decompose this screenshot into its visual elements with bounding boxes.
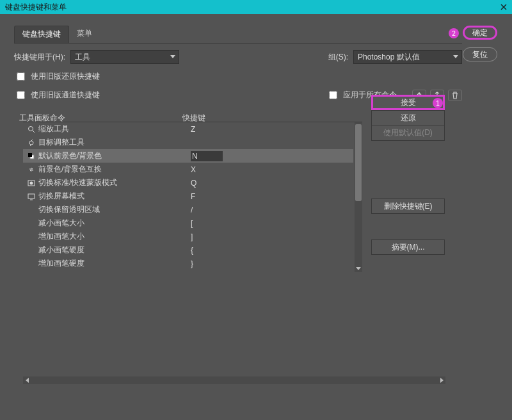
row-shortcut: Z — [191, 125, 319, 134]
list-row[interactable]: 切换保留透明区域/ — [23, 203, 353, 216]
zoom-icon — [26, 125, 37, 133]
row-name: 切换屏幕模式 — [37, 191, 191, 202]
row-shortcut: { — [191, 246, 319, 255]
row-name: 减小画笔大小 — [37, 218, 191, 229]
tab-bar: 键盘快捷键 菜单 — [14, 26, 462, 44]
row-name: 减小画笔硬度 — [37, 245, 191, 255]
set-select[interactable]: Photoshop 默认值 — [353, 50, 462, 64]
window-title: 键盘快捷键和菜单 — [5, 2, 67, 13]
row-shortcut: F — [191, 192, 319, 201]
reset-button[interactable]: 复位 — [463, 47, 497, 61]
accept-label: 接受 — [401, 97, 416, 108]
row-shortcut: X — [191, 165, 319, 174]
svg-rect-3 — [28, 153, 32, 157]
usedfor-label: 快捷键用于(H): — [14, 52, 65, 63]
list-row[interactable]: 目标调整工具 — [23, 136, 353, 149]
close-icon[interactable] — [499, 3, 508, 12]
row-shortcut[interactable] — [191, 151, 319, 161]
row-shortcut: / — [191, 206, 319, 214]
row-shortcut: [ — [191, 219, 319, 228]
list-row[interactable]: 切换屏幕模式F — [23, 190, 353, 203]
row-shortcut: Q — [191, 179, 319, 188]
list-row[interactable]: 前景色/背景色互换X — [23, 163, 353, 176]
scroll-right-icon[interactable] — [438, 376, 445, 384]
list-row[interactable]: 减小画笔大小[ — [23, 216, 353, 230]
annotation-1: 1 — [433, 98, 443, 108]
use-default-button[interactable]: 使用默认值(D) — [371, 125, 445, 141]
target-icon — [26, 139, 37, 147]
scroll-thumb[interactable] — [355, 124, 362, 201]
row-name: 缩放工具 — [37, 124, 191, 134]
list-row[interactable]: 增加画笔硬度} — [23, 257, 353, 270]
tab-shortcuts[interactable]: 键盘快捷键 — [14, 26, 69, 43]
legacy-restore-checkbox[interactable] — [17, 72, 25, 81]
swatch-icon — [26, 152, 37, 160]
row-name: 前景色/背景色互换 — [37, 164, 191, 175]
set-value: Photoshop 默认值 — [358, 52, 420, 63]
list-row[interactable]: 缩放工具Z — [23, 122, 353, 136]
list-row[interactable]: 切换标准/快速蒙版模式Q — [23, 176, 353, 190]
ok-button[interactable]: 确定 — [463, 26, 497, 40]
legacy-channel-checkbox[interactable] — [17, 91, 25, 99]
list-row[interactable]: 增加画笔大小] — [23, 230, 353, 243]
usedfor-value: 工具 — [75, 52, 90, 63]
legacy-restore-label: 使用旧版还原快捷键 — [31, 71, 100, 82]
scroll-down-icon[interactable] — [355, 264, 362, 272]
svg-rect-6 — [28, 194, 35, 198]
vertical-scrollbar[interactable] — [355, 122, 362, 272]
usedfor-select[interactable]: 工具 — [70, 50, 179, 64]
svg-point-1 — [29, 141, 33, 145]
horizontal-scrollbar[interactable] — [23, 376, 445, 384]
screen-icon — [26, 193, 37, 200]
annotation-2: 2 — [449, 28, 459, 38]
list-row[interactable]: 默认前景色/背景色 — [23, 149, 353, 163]
legacy-channel-label: 使用旧版通道快捷键 — [31, 90, 100, 101]
tab-menus[interactable]: 菜单 — [69, 26, 100, 43]
row-name: 增加画笔大小 — [37, 231, 191, 242]
svg-point-0 — [29, 126, 33, 131]
row-name: 目标调整工具 — [37, 137, 191, 148]
row-shortcut: } — [191, 259, 319, 268]
set-label: 组(S): — [328, 52, 348, 63]
revert-button[interactable]: 还原 — [371, 110, 445, 125]
row-name: 切换标准/快速蒙版模式 — [37, 177, 191, 188]
row-name: 增加画笔硬度 — [37, 258, 191, 269]
mask-icon — [26, 179, 37, 187]
list-row[interactable]: 减小画笔硬度{ — [23, 243, 353, 257]
apply-all-checkbox[interactable] — [329, 91, 337, 99]
chevron-down-icon — [453, 55, 458, 58]
titlebar: 键盘快捷键和菜单 — [0, 0, 512, 14]
svg-point-5 — [30, 181, 33, 184]
shortcut-input[interactable] — [191, 151, 223, 161]
row-name: 默认前景色/背景色 — [37, 150, 191, 161]
shortcut-list: 缩放工具Z目标调整工具默认前景色/背景色前景色/背景色互换X切换标准/快速蒙版模… — [23, 122, 362, 272]
summary-button[interactable]: 摘要(M)... — [371, 239, 445, 255]
delete-shortcut-button[interactable]: 删除快捷键(E) — [371, 198, 445, 214]
row-shortcut: ] — [191, 232, 319, 241]
delete-set-icon[interactable] — [448, 90, 462, 101]
row-name: 切换保留透明区域 — [37, 204, 191, 215]
chevron-down-icon — [170, 55, 175, 58]
swap-icon — [26, 166, 37, 174]
scroll-left-icon[interactable] — [23, 376, 31, 384]
